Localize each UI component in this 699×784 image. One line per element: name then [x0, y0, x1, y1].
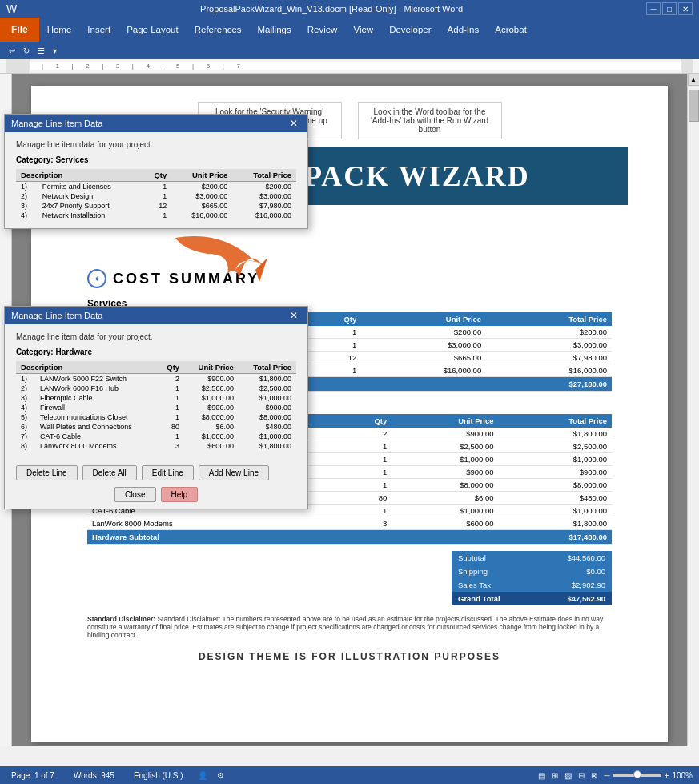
repeat-button[interactable]: ↻	[21, 46, 32, 56]
sales-tax-row: Sales Tax $2,902.90	[452, 578, 612, 592]
zoom-level: 100%	[672, 771, 693, 780]
hardware-table-row: LanWork 8000 Modems3$600.00$1,800.00	[87, 517, 612, 530]
shipping-row: Shipping $0.00	[452, 565, 612, 578]
dialog-services-subtitle: Manage line item data for your project.	[16, 140, 296, 149]
zoom-plus[interactable]: +	[665, 771, 669, 780]
title-bar: W ProposalPackWizard_Win_V13.docm [Read-…	[0, 0, 699, 18]
document-area: Look for the 'Security Warning' you must…	[0, 74, 699, 746]
sales-tax-value: $2,902.90	[535, 578, 612, 592]
status-right: ▤ ⊞ ▧ ⊟ ⊠ ─ + 100%	[538, 771, 693, 780]
dlg-hw-row-8: 8) LanWork 8000 Modems 3 $600.00 $1,800.…	[16, 441, 296, 451]
zoom-minus[interactable]: ─	[604, 771, 609, 780]
mailings-menu[interactable]: Mailings	[250, 18, 299, 42]
dlg-svc-row-3: 3) 24x7 Priority Support 12 $665.00 $7,9…	[16, 201, 296, 211]
services-subtotal-value: $27,180.00	[486, 377, 612, 392]
subtotal-row: Subtotal $44,560.00	[452, 551, 612, 565]
quick-access-toolbar: ↩ ↻ ☰ ▾	[0, 42, 699, 59]
dialog-hardware-close-x[interactable]: ✕	[287, 310, 301, 321]
minimize-button[interactable]: ─	[646, 2, 661, 15]
home-menu[interactable]: Home	[39, 18, 80, 42]
dialog-hardware-content: Manage line item data for your project. …	[5, 324, 307, 459]
dialog-hardware-title: Manage Line Item Data	[11, 311, 102, 320]
scroll-thumb[interactable]	[689, 90, 699, 122]
dlg-hw-row-7: 7) CAT-6 Cable 1 $1,000.00 $1,000.00	[16, 432, 296, 441]
dlg-svc-row-1: 1) Permits and Licenses 1 $200.00 $200.0…	[16, 182, 296, 192]
dlg-hw-th-qty: Qty	[158, 361, 185, 374]
close-button[interactable]: ✕	[678, 2, 693, 15]
cs-icon: ✦	[87, 269, 106, 288]
scrollbar[interactable]: ▲	[687, 74, 699, 746]
bullets-button[interactable]: ☰	[35, 46, 47, 56]
help-button[interactable]: Help	[161, 487, 199, 502]
dlg-th-desc: Description	[16, 169, 142, 182]
totals-table: Subtotal $44,560.00 Shipping $0.00 Sales…	[452, 551, 612, 605]
dialog-services-close[interactable]: ✕	[287, 118, 301, 129]
dlg-th-total: Total Price	[232, 169, 296, 182]
developer-menu[interactable]: Developer	[381, 18, 439, 42]
dropdown-button[interactable]: ▾	[50, 46, 59, 56]
sales-tax-label: Sales Tax	[452, 578, 535, 592]
view-icon-5[interactable]: ⊠	[591, 771, 597, 780]
hardware-th-total: Total Price	[498, 414, 612, 428]
add-ins-menu[interactable]: Add-Ins	[440, 18, 488, 42]
services-th-unit: Unit Price	[361, 312, 486, 326]
review-menu[interactable]: Review	[299, 18, 346, 42]
edit-line-button[interactable]: Edit Line	[142, 465, 194, 480]
scroll-up[interactable]: ▲	[688, 74, 700, 86]
dialog-services: Manage Line Item Data ✕ Manage line item…	[4, 114, 308, 229]
dialog-footer-row2: Close Help	[5, 487, 307, 509]
grand-total-label: Grand Total	[452, 592, 535, 605]
undo-button[interactable]: ↩	[6, 46, 18, 56]
dialog-services-content: Manage line item data for your project. …	[5, 132, 307, 228]
hardware-subtotal-row: Hardware Subtotal $17,480.00	[87, 530, 612, 545]
dlg-hw-row-2: 2) LANWork 6000 F16 Hub 1 $2,500.00 $2,5…	[16, 384, 296, 393]
menu-bar: File Home Insert Page Layout References …	[0, 18, 699, 42]
shipping-label: Shipping	[452, 565, 535, 578]
ribbon: | 1 | 2 | 3 | 4 | 5 | 6 | 7	[0, 59, 699, 74]
dlg-hw-row-5: 5) Telecommunications Closet 1 $8,000.00…	[16, 412, 296, 422]
hardware-th-qty: Qty	[339, 414, 392, 428]
dialog-hardware-category: Category: Hardware	[16, 348, 296, 356]
zoom-slider[interactable]	[613, 774, 661, 777]
word-icon: W	[6, 2, 17, 15]
close-button[interactable]: Close	[114, 487, 156, 502]
dlg-hw-th-desc: Description	[16, 361, 158, 374]
user-icon: 👤	[198, 771, 207, 780]
subtotal-value: $44,560.00	[535, 551, 612, 565]
view-icon-4[interactable]: ⊟	[578, 771, 585, 780]
dialog-services-category: Category: Services	[16, 155, 296, 164]
hardware-th-unit: Unit Price	[392, 414, 498, 428]
view-icon-3[interactable]: ▧	[564, 771, 572, 780]
dlg-hw-row-4: 4) Firewall 1 $900.00 $900.00	[16, 403, 296, 412]
dlg-hw-row-1: 1) LANWork 5000 F22 Switch 2 $900.00 $1,…	[16, 374, 296, 384]
hardware-subtotal-value: $17,480.00	[498, 530, 612, 545]
dialog-hardware-titlebar: Manage Line Item Data ✕	[5, 307, 307, 324]
view-icon-1[interactable]: ▤	[538, 771, 545, 780]
disclaimer: Standard Disclaimer: Standard Disclaimer…	[87, 615, 612, 639]
dlg-hw-row-3: 3) Fiberoptic Cable 1 $1,000.00 $1,000.0…	[16, 393, 296, 403]
dialog-hardware-table: Description Qty Unit Price Total Price 1…	[16, 361, 296, 451]
acrobat-menu[interactable]: Acrobat	[487, 18, 535, 42]
word-count: Words: 945	[69, 771, 119, 780]
dlg-svc-row-2: 2) Network Design 1 $3,000.00 $3,000.00	[16, 191, 296, 201]
dlg-hw-th-total: Total Price	[239, 361, 296, 374]
restore-button[interactable]: □	[662, 2, 677, 15]
settings-icon: ⚙	[217, 771, 224, 780]
insert-menu[interactable]: Insert	[79, 18, 119, 42]
page-layout-menu[interactable]: Page Layout	[119, 18, 187, 42]
subtotal-label: Subtotal	[452, 551, 535, 565]
view-icon-2[interactable]: ⊞	[552, 771, 558, 780]
orange-arrow	[159, 230, 271, 304]
delete-line-button[interactable]: Delete Line	[16, 465, 78, 480]
tooltip-2: Look in the Word toolbar for the 'Add-In…	[358, 102, 502, 139]
dlg-th-unit: Unit Price	[171, 169, 232, 182]
dialog-services-table: Description Qty Unit Price Total Price 1…	[16, 169, 296, 220]
file-menu[interactable]: File	[0, 18, 39, 42]
delete-all-button[interactable]: Delete All	[82, 465, 137, 480]
dlg-hw-th-unit: Unit Price	[184, 361, 239, 374]
view-menu[interactable]: View	[345, 18, 381, 42]
add-new-line-button[interactable]: Add New Line	[199, 465, 269, 480]
zoom-controls[interactable]: ─ + 100%	[604, 771, 693, 780]
services-th-qty: Qty	[303, 312, 361, 326]
references-menu[interactable]: References	[187, 18, 250, 42]
